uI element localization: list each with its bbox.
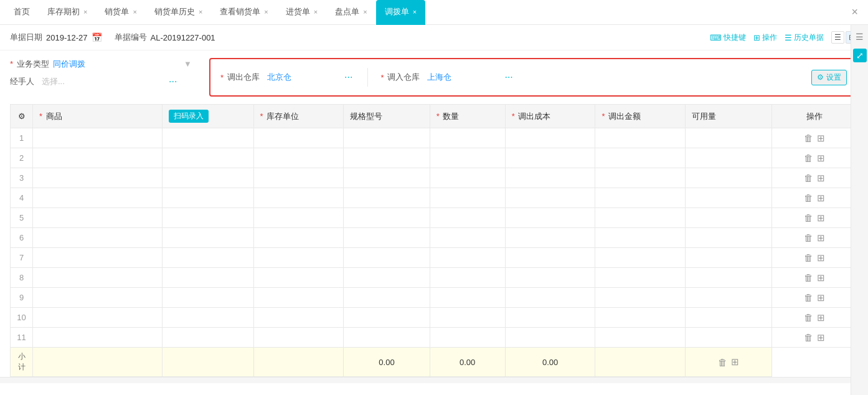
row-amount[interactable] [595,128,686,148]
row-delete-icon[interactable]: 🗑 [804,193,813,203]
tab-inventory-init-close[interactable]: × [83,8,87,16]
row-qty[interactable] [430,148,505,168]
handler-input[interactable]: 选择... [38,76,163,87]
row-available[interactable] [686,228,771,248]
row-qty[interactable] [430,268,505,288]
row-spec[interactable] [344,228,430,248]
row-unit[interactable] [253,288,344,308]
row-spec[interactable] [344,268,430,288]
row-spec[interactable] [344,208,430,228]
row-spec[interactable] [344,248,430,268]
row-spec[interactable] [344,288,430,308]
row-amount[interactable] [595,168,686,188]
row-available[interactable] [686,268,771,288]
tab-inventory-check-close[interactable]: × [363,8,367,16]
row-product[interactable] [33,228,163,248]
row-product[interactable] [33,148,163,168]
row-amount[interactable] [595,188,686,208]
business-type-value[interactable]: 同价调拨 [53,59,177,70]
row-qty[interactable] [430,188,505,208]
row-delete-icon[interactable]: 🗑 [804,212,813,223]
operations-button[interactable]: ⊞ 操作 [753,32,777,43]
row-cost[interactable] [505,188,595,208]
row-product[interactable] [33,168,163,188]
row-product[interactable] [33,248,163,268]
row-delete-icon[interactable]: 🗑 [804,153,813,163]
row-amount[interactable] [595,248,686,268]
row-copy-icon[interactable]: ⊞ [817,173,825,184]
row-qty[interactable] [430,288,505,308]
shortcuts-button[interactable]: ⌨ 快捷键 [710,32,746,43]
row-cost[interactable] [505,168,595,188]
window-close-button[interactable]: × [846,6,863,19]
tab-sales-history-close[interactable]: × [199,8,202,16]
row-product[interactable] [33,188,163,208]
row-available[interactable] [686,188,771,208]
row-unit[interactable] [253,168,344,188]
row-qty[interactable] [430,208,505,228]
row-product[interactable] [33,268,163,288]
row-unit[interactable] [253,148,344,168]
date-value[interactable]: 2019-12-27 [46,33,88,42]
row-copy-icon[interactable]: ⊞ [817,193,825,204]
row-available[interactable] [686,288,771,308]
source-warehouse-more[interactable]: ··· [342,72,355,83]
row-unit[interactable] [253,248,344,268]
tab-transfer-order-close[interactable]: × [413,8,417,16]
row-delete-icon[interactable]: 🗑 [804,133,813,143]
subtotal-copy-icon[interactable]: ⊞ [731,356,739,368]
row-copy-icon[interactable]: ⊞ [817,252,825,264]
row-amount[interactable] [595,148,686,168]
row-cost[interactable] [505,148,595,168]
row-cost[interactable] [505,228,595,248]
row-spec[interactable] [344,168,430,188]
tab-transfer-order[interactable]: 调拨单 × [376,0,425,25]
row-qty[interactable] [430,228,505,248]
row-amount[interactable] [595,268,686,288]
row-amount[interactable] [595,208,686,228]
tab-inventory-init[interactable]: 库存期初 × [39,0,96,25]
settings-button[interactable]: ⚙ 设置 [811,70,847,85]
row-delete-icon[interactable]: 🗑 [804,292,813,303]
tab-sales-order-close[interactable]: × [133,8,136,16]
row-qty[interactable] [430,328,505,348]
row-copy-icon[interactable]: ⊞ [817,232,825,244]
row-available[interactable] [686,148,771,168]
row-product[interactable] [33,288,163,308]
row-unit[interactable] [253,228,344,248]
subtotal-delete-icon[interactable]: 🗑 [718,357,727,368]
row-cost[interactable] [505,268,595,288]
th-gear[interactable]: ⚙ [11,105,33,128]
row-spec[interactable] [344,308,430,328]
row-available[interactable] [686,208,771,228]
row-amount[interactable] [595,228,686,248]
business-type-dropdown[interactable]: ▼ [181,58,194,70]
row-product[interactable] [33,128,163,148]
row-cost[interactable] [505,128,595,148]
row-product[interactable] [33,308,163,328]
row-available[interactable] [686,308,771,328]
row-product[interactable] [33,328,163,348]
source-warehouse-value[interactable]: 北京仓 [263,72,338,83]
row-delete-icon[interactable]: 🗑 [804,173,813,183]
tab-purchase-order-close[interactable]: × [314,8,318,16]
row-cost[interactable] [505,248,595,268]
row-available[interactable] [686,128,771,148]
tab-inventory-check[interactable]: 盘点单 × [326,0,375,25]
row-copy-icon[interactable]: ⊞ [817,272,825,283]
row-available[interactable] [686,168,771,188]
scan-button[interactable]: 扫码录入 [169,110,209,123]
tab-view-sales[interactable]: 查看销货单 × [211,0,276,25]
row-delete-icon[interactable]: 🗑 [804,232,813,243]
row-unit[interactable] [253,308,344,328]
row-copy-icon[interactable]: ⊞ [817,133,825,144]
row-copy-icon[interactable]: ⊞ [817,292,825,303]
row-qty[interactable] [430,128,505,148]
row-unit[interactable] [253,328,344,348]
bottom-scrollbar[interactable] [0,377,868,383]
row-spec[interactable] [344,148,430,168]
row-delete-icon[interactable]: 🗑 [804,272,813,283]
row-delete-icon[interactable]: 🗑 [804,332,813,343]
row-copy-icon[interactable]: ⊞ [817,312,825,323]
target-warehouse-more[interactable]: ··· [502,72,515,83]
